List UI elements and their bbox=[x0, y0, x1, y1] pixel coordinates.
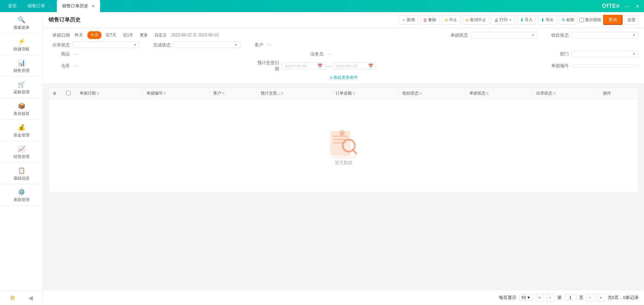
prev-page-btn[interactable]: ‹ bbox=[547, 294, 555, 302]
date-btn-last-month[interactable]: 近1月 bbox=[121, 31, 136, 39]
payment-status-select[interactable]: ▼ bbox=[571, 32, 639, 38]
salesperson-select[interactable]: ··· bbox=[326, 51, 333, 57]
delivery-date-to-input[interactable]: yyyy-mm-dd 📅 bbox=[333, 62, 376, 70]
sort-customer-icon[interactable]: ⇅ bbox=[222, 91, 225, 95]
svg-point-8 bbox=[339, 130, 345, 136]
delivery-date-from-input[interactable]: yyyy-mm-dd 📅 bbox=[282, 62, 326, 70]
col-header-amount: 订单金额 ⇅ bbox=[332, 88, 398, 99]
tab-sales-order-history[interactable]: 销售订单历史 ✕ bbox=[57, 0, 100, 12]
main-layout: 🔍 搜索菜单 ⚡ 快捷导航 📊 销售管理 🛒 采购管理 📦 库存核算 💰 资金管… bbox=[0, 12, 644, 305]
date-btn-custom[interactable]: 自定义 bbox=[152, 31, 169, 39]
date-separator: — bbox=[326, 64, 333, 69]
customer-label: 客户 bbox=[254, 42, 266, 48]
select-all-checkbox[interactable] bbox=[66, 91, 71, 95]
sidebar-item-inventory[interactable]: 📦 库存核算 bbox=[0, 98, 43, 120]
col-header-delivery: 预计交货... ⇅ bbox=[257, 88, 332, 99]
date-btn-more[interactable]: 更多 bbox=[137, 31, 150, 39]
current-page-input[interactable] bbox=[564, 294, 576, 301]
sort-date-icon[interactable]: ⇅ bbox=[96, 91, 99, 95]
outbound-status-select[interactable]: ▼ bbox=[73, 42, 140, 48]
page-size-arrow: ▼ bbox=[527, 295, 531, 300]
first-page-btn[interactable]: « bbox=[536, 294, 544, 302]
sort-delivery-icon[interactable]: ⇅ bbox=[281, 91, 284, 95]
collapse-filter-btn[interactable]: ∧ 收起更多条件 bbox=[48, 75, 639, 80]
query-button[interactable]: 查询 bbox=[603, 15, 622, 25]
close-app-btn[interactable]: ✕ bbox=[634, 3, 641, 9]
filter-row-2: 出库状态 ▼ 完成状态 ▼ 客户 ··· bbox=[48, 42, 639, 48]
department-arrow: ▼ bbox=[632, 52, 636, 56]
date-btn-last7[interactable]: 近7天 bbox=[103, 31, 119, 39]
sidebar-item-operations[interactable]: 📈 经营管理 bbox=[0, 141, 43, 163]
svg-point-11 bbox=[341, 132, 341, 133]
page-size-select[interactable]: 50 ▼ bbox=[519, 294, 533, 301]
show-detail-checkbox[interactable] bbox=[579, 18, 584, 22]
minimize-btn[interactable]: — bbox=[622, 3, 631, 9]
stop-button[interactable]: ⊘ 中止 bbox=[441, 15, 460, 25]
filter-row-1: 单据日期 昨天 今天 近7天 近1月 更多 自定义 2023-06-02 至 2… bbox=[48, 31, 639, 39]
sidebar-collapse-icon[interactable]: ◀ bbox=[28, 294, 33, 302]
sidebar-item-finance[interactable]: 💰 资金管理 bbox=[0, 120, 43, 141]
sort-order-status-icon[interactable]: ⇅ bbox=[486, 91, 489, 95]
cancel-stop-icon: ⊘ bbox=[465, 17, 469, 23]
tab-sales-order[interactable]: 销售订单 ✕ bbox=[22, 0, 57, 12]
stop-icon: ⊘ bbox=[444, 17, 448, 23]
col-header-order-status: 单据状态 ⇅ bbox=[465, 88, 532, 99]
svg-rect-2 bbox=[333, 136, 348, 137]
filter-row-4: 仓库 ··· 预计交货日期 yyyy-mm-dd 📅 — yyyy-mm-dd … bbox=[48, 60, 639, 72]
order-number-input[interactable] bbox=[571, 65, 639, 67]
customer-select[interactable]: ··· bbox=[266, 42, 273, 48]
new-icon: ＋ bbox=[401, 17, 406, 23]
sidebar: 🔍 搜索菜单 ⚡ 快捷导航 📊 销售管理 🛒 采购管理 📦 库存核算 💰 资金管… bbox=[0, 12, 43, 305]
settings-button[interactable]: 设置 bbox=[625, 15, 639, 25]
sort-payment-status-icon[interactable]: ⇅ bbox=[419, 91, 422, 95]
refresh-button[interactable]: ↻ 刷新 bbox=[559, 15, 577, 25]
department-select[interactable]: ▼ bbox=[571, 51, 639, 57]
svg-line-7 bbox=[353, 150, 356, 154]
settings-gear-icon[interactable]: ⚙ bbox=[53, 91, 56, 96]
svg-rect-3 bbox=[333, 139, 345, 140]
top-bar: 首页 销售订单 ✕ 销售订单历史 ✕ OfTEn — ✕ bbox=[0, 0, 644, 12]
checkbox-column-header[interactable] bbox=[62, 88, 76, 99]
import-button[interactable]: ⬇ 导入 bbox=[517, 15, 536, 25]
print-button[interactable]: 🖨 打印 ▼ bbox=[491, 15, 515, 25]
sort-number-icon[interactable]: ⇅ bbox=[163, 91, 166, 95]
date-btn-today[interactable]: 今天 bbox=[87, 31, 101, 39]
sort-outbound-status-icon[interactable]: ⇅ bbox=[553, 91, 556, 95]
show-detail-checkbox-label[interactable]: 显示明细 bbox=[579, 17, 601, 23]
close-tab-sales-order[interactable]: ✕ bbox=[48, 4, 51, 8]
svg-point-12 bbox=[343, 132, 343, 133]
complete-status-select[interactable]: ▼ bbox=[173, 42, 241, 48]
calendar-to-icon: 📅 bbox=[368, 64, 373, 68]
sidebar-item-basic-info[interactable]: 📋 基础信息 bbox=[0, 163, 43, 184]
sidebar-item-system[interactable]: ⚙️ 系统管理 bbox=[0, 184, 43, 206]
sidebar-item-purchase-mgmt[interactable]: 🛒 采购管理 bbox=[0, 77, 43, 98]
data-table: ⚙ 单据日期 ⇅ 单据编号 bbox=[48, 87, 639, 193]
sidebar-item-quick-nav[interactable]: ⚡ 快捷导航 bbox=[0, 34, 43, 55]
refresh-icon: ↻ bbox=[562, 17, 565, 23]
filter-row-3: 商品 ··· 业务员 ··· 部门 ▼ bbox=[48, 51, 639, 57]
col-header-payment-status: 收款状态 ⇅ bbox=[398, 88, 465, 99]
sidebar-settings-icon[interactable]: ⚙ bbox=[10, 294, 15, 302]
delete-button[interactable]: 🗑 删除 bbox=[420, 15, 439, 25]
date-btn-yesterday[interactable]: 昨天 bbox=[73, 31, 85, 39]
order-status-select[interactable]: ▼ bbox=[471, 32, 538, 38]
tab-home[interactable]: 首页 bbox=[3, 0, 22, 12]
product-select[interactable]: ··· bbox=[73, 51, 80, 57]
table-footer: 每页显示 50 ▼ « ‹ 第 页 › » 共0页，0条记录 bbox=[43, 290, 644, 305]
warehouse-select[interactable]: ··· bbox=[73, 63, 80, 69]
new-button[interactable]: ＋ 新增 bbox=[398, 15, 418, 25]
next-page-btn[interactable]: › bbox=[586, 294, 594, 302]
sidebar-item-search-menu[interactable]: 🔍 搜索菜单 bbox=[0, 12, 43, 34]
last-page-btn[interactable]: » bbox=[597, 294, 605, 302]
close-tab-sales-order-history[interactable]: ✕ bbox=[92, 4, 95, 8]
sort-amount-icon[interactable]: ⇅ bbox=[352, 91, 355, 95]
settings-column-header[interactable]: ⚙ bbox=[49, 88, 62, 99]
complete-status-label: 完成状态 bbox=[153, 42, 173, 48]
export-button[interactable]: ⬆ 导出 bbox=[538, 15, 557, 25]
cancel-stop-button[interactable]: ⊘ 取消中止 bbox=[462, 15, 489, 25]
empty-text: 暂无数据 bbox=[335, 160, 352, 166]
filter-area: 单据日期 昨天 今天 近7天 近1月 更多 自定义 2023-06-02 至 2… bbox=[43, 28, 644, 84]
outbound-status-label: 出库状态 bbox=[48, 42, 73, 48]
page-unit: 页 bbox=[579, 295, 584, 301]
sidebar-item-sales-mgmt[interactable]: 📊 销售管理 bbox=[0, 55, 43, 77]
